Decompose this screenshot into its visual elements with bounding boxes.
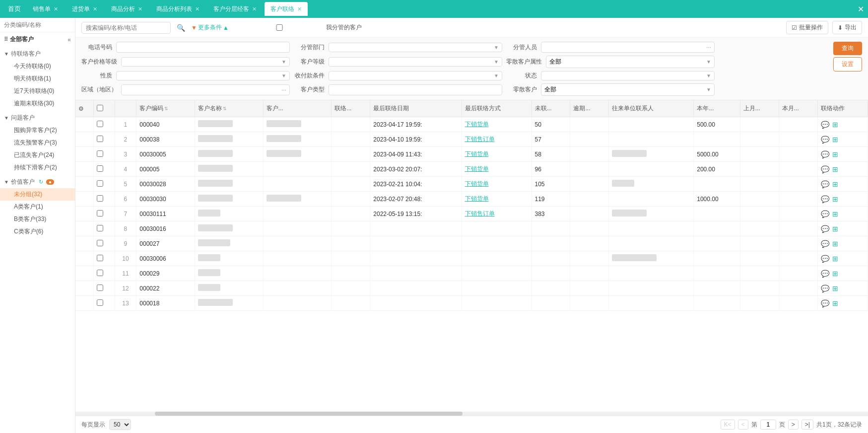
filter-customer-grade-select[interactable]: ▼ xyxy=(329,57,502,67)
th-checkbox[interactable] xyxy=(93,100,115,117)
last-page-button[interactable]: >| xyxy=(801,420,813,430)
prev-page-button[interactable]: < xyxy=(738,420,748,430)
th-contacts[interactable]: 往来单位联系人 xyxy=(609,100,694,117)
sidebar-item-today-pending[interactable]: 今天待联络(0) xyxy=(0,60,75,72)
last-method-link[interactable]: 下销售订单 xyxy=(465,136,495,143)
th-this-year[interactable]: 本年... xyxy=(694,100,740,117)
select-all-checkbox[interactable] xyxy=(97,105,103,111)
first-page-button[interactable]: K< xyxy=(721,420,735,430)
last-method-link[interactable]: 下销货单 xyxy=(465,180,489,187)
more-action-icon[interactable]: ⊞ xyxy=(832,240,838,248)
th-contact[interactable]: 联络... xyxy=(332,100,370,117)
chat-action-icon[interactable]: 💬 xyxy=(821,195,829,203)
last-method-link[interactable]: 下销货单 xyxy=(465,121,489,128)
chat-action-icon[interactable]: 💬 xyxy=(821,225,829,233)
row-checkbox[interactable] xyxy=(93,207,115,221)
row-checkbox[interactable] xyxy=(93,281,115,296)
value-customers-group-title[interactable]: ▼ 价值客户 ↻ ● xyxy=(0,176,75,188)
row-checkbox[interactable] xyxy=(93,192,115,207)
sidebar-item-tomorrow-pending[interactable]: 明天待联络(1) xyxy=(0,72,75,85)
th-last-date[interactable]: 最后联络日期 xyxy=(370,100,462,117)
filter-retail-customer-select[interactable]: 全部 ▼ xyxy=(541,83,715,96)
filter-payment-select[interactable]: ▼ xyxy=(329,71,502,80)
more-action-icon[interactable]: ⊞ xyxy=(832,150,838,158)
chat-action-icon[interactable]: 💬 xyxy=(821,210,829,218)
chat-action-icon[interactable]: 💬 xyxy=(821,165,829,173)
row-checkbox[interactable] xyxy=(93,296,115,311)
more-action-icon[interactable]: ⊞ xyxy=(832,285,838,292)
th-type[interactable]: 客户... xyxy=(263,100,332,117)
close-analysis-tab-icon[interactable]: ✕ xyxy=(138,6,142,12)
th-overdue[interactable]: 逾期... xyxy=(570,100,609,117)
more-action-icon[interactable]: ⊞ xyxy=(832,299,838,307)
sidebar-item-hoarding-abnormal[interactable]: 囤购异常客户(2) xyxy=(0,124,75,137)
sidebar-item-overdue-pending[interactable]: 逾期未联络(30) xyxy=(0,97,75,110)
row-checkbox[interactable] xyxy=(93,177,115,192)
search-input[interactable] xyxy=(81,22,171,34)
sidebar-item-declining[interactable]: 持续下滑客户(2) xyxy=(0,161,75,174)
sidebar-item-class-b[interactable]: B类客户(33) xyxy=(0,213,75,225)
chat-action-icon[interactable]: 💬 xyxy=(821,299,829,307)
close-customer-contact-tab-icon[interactable]: ✕ xyxy=(297,6,302,12)
chat-action-icon[interactable]: 💬 xyxy=(821,255,829,263)
chat-action-icon[interactable]: 💬 xyxy=(821,270,829,278)
th-this-month[interactable]: 本月... xyxy=(779,100,817,117)
chat-action-icon[interactable]: 💬 xyxy=(821,180,829,188)
more-action-icon[interactable]: ⊞ xyxy=(832,255,838,263)
nav-tab-customer-segment[interactable]: 客户分层经客 ✕ xyxy=(207,2,263,16)
nav-tab-analysis[interactable]: 商品分析 ✕ xyxy=(105,2,148,16)
row-select-checkbox[interactable] xyxy=(97,136,103,142)
horizontal-scrollbar[interactable] xyxy=(75,412,868,416)
scrollbar-thumb[interactable] xyxy=(155,412,463,416)
row-select-checkbox[interactable] xyxy=(97,180,103,187)
last-method-link[interactable]: 下销货单 xyxy=(465,150,489,157)
sidebar-search-input[interactable] xyxy=(4,21,75,28)
chat-action-icon[interactable]: 💬 xyxy=(821,285,829,292)
nav-tab-sales[interactable]: 销售单 ✕ xyxy=(27,2,64,16)
more-action-icon[interactable]: ⊞ xyxy=(832,165,838,173)
chat-action-icon[interactable]: 💬 xyxy=(821,121,829,129)
last-method-link[interactable]: 下销售订单 xyxy=(465,210,495,217)
filter-retail-attr-select[interactable]: 全部 ▼ xyxy=(546,56,715,68)
all-customers-title[interactable]: ⠿ 全部客户 « xyxy=(0,32,75,47)
row-select-checkbox[interactable] xyxy=(97,210,103,216)
filter-price-grade-select[interactable]: ▼ xyxy=(121,57,290,67)
more-conditions-button[interactable]: ▼ 更多条件 ▲ xyxy=(191,23,229,32)
more-action-icon[interactable]: ⊞ xyxy=(832,195,838,203)
row-select-checkbox[interactable] xyxy=(97,255,103,261)
last-method-link[interactable]: 下销货单 xyxy=(465,195,489,202)
query-button[interactable]: 查询 xyxy=(833,42,862,55)
row-select-checkbox[interactable] xyxy=(97,195,103,202)
more-action-icon[interactable]: ⊞ xyxy=(832,180,838,188)
refresh-icon[interactable]: ↻ xyxy=(39,179,43,185)
more-action-icon[interactable]: ⊞ xyxy=(832,270,838,278)
sidebar-collapse-icon[interactable]: « xyxy=(67,36,71,43)
search-icon[interactable]: 🔍 xyxy=(177,24,185,32)
row-checkbox[interactable] xyxy=(93,162,115,177)
row-checkbox[interactable] xyxy=(93,147,115,162)
filter-status-select[interactable]: ▼ xyxy=(541,71,715,80)
row-select-checkbox[interactable] xyxy=(97,121,103,127)
next-page-button[interactable]: > xyxy=(788,420,799,430)
sidebar-item-ungrouped[interactable]: 未分组(32) xyxy=(0,188,75,201)
nav-tab-analysis-list[interactable]: 商品分析列表 ✕ xyxy=(150,2,205,16)
sidebar-item-class-a[interactable]: A类客户(1) xyxy=(0,201,75,213)
chat-action-icon[interactable]: 💬 xyxy=(821,240,829,248)
row-select-checkbox[interactable] xyxy=(97,150,103,157)
close-analysis-list-tab-icon[interactable]: ✕ xyxy=(195,6,200,12)
sidebar-item-class-c[interactable]: C类客户(6) xyxy=(0,225,75,238)
row-checkbox[interactable] xyxy=(93,117,115,132)
filter-customer-type-input[interactable] xyxy=(329,84,502,95)
th-settings[interactable]: ⚙ xyxy=(75,100,93,117)
page-number-input[interactable] xyxy=(760,420,776,430)
row-select-checkbox[interactable] xyxy=(97,240,103,246)
chat-action-icon[interactable]: 💬 xyxy=(821,150,829,158)
close-purchase-tab-icon[interactable]: ✕ xyxy=(93,6,97,12)
reset-button[interactable]: 设置 xyxy=(833,57,862,72)
pending-contact-group-title[interactable]: ▼ 待联络客户 xyxy=(0,48,75,60)
nav-home-tab[interactable]: 首页 xyxy=(4,4,25,13)
more-action-icon[interactable]: ⊞ xyxy=(832,225,838,233)
filter-phone-input[interactable] xyxy=(116,42,290,53)
th-uncontacted[interactable]: 未联... xyxy=(532,100,570,117)
row-checkbox[interactable] xyxy=(93,266,115,281)
